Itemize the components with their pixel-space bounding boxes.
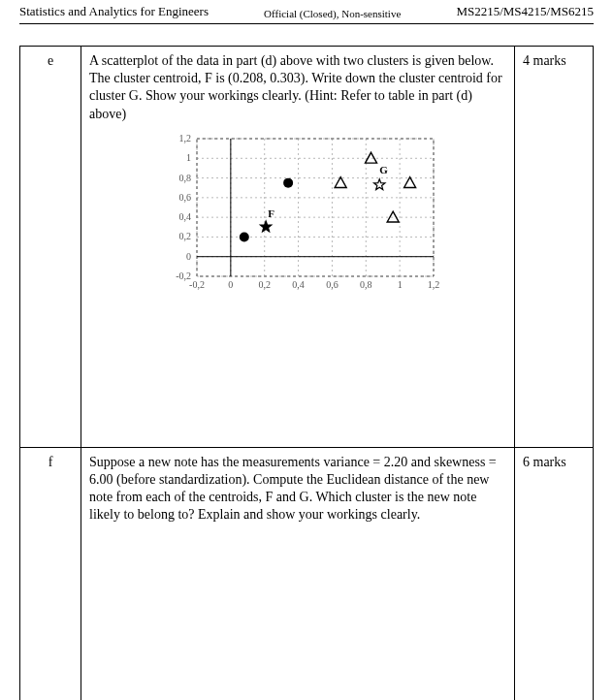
svg-text:0,6: 0,6 — [326, 279, 339, 290]
svg-rect-0 — [197, 139, 434, 276]
svg-text:0,2: 0,2 — [179, 231, 192, 241]
svg-text:0,4: 0,4 — [292, 279, 305, 290]
svg-text:0,4: 0,4 — [179, 211, 192, 222]
svg-text:0,2: 0,2 — [258, 279, 271, 290]
question-table: e A scatterplot of the data in part (d) … — [19, 46, 594, 700]
svg-text:1,2: 1,2 — [428, 279, 440, 290]
scatterplot: -0,200,20,40,60,811,2-0,200,20,40,60,811… — [89, 131, 506, 296]
svg-text:0,8: 0,8 — [360, 279, 372, 290]
question-body: A scatterplot of the data in part (d) ab… — [81, 47, 515, 448]
svg-text:1: 1 — [398, 279, 403, 290]
svg-text:-0,2: -0,2 — [189, 279, 205, 290]
question-marks: 4 marks — [515, 47, 594, 448]
svg-text:F: F — [268, 207, 274, 219]
table-row: e A scatterplot of the data in part (d) … — [20, 47, 594, 448]
svg-point-35 — [240, 232, 249, 241]
svg-text:G: G — [379, 163, 388, 175]
header-rule — [19, 23, 594, 24]
svg-text:0,8: 0,8 — [179, 172, 192, 182]
question-text: A scatterplot of the data in part (d) ab… — [89, 52, 506, 123]
question-id: e — [20, 47, 81, 448]
question-text: Suppose a new note has the measurements … — [89, 454, 506, 525]
table-row: f Suppose a new note has the measurement… — [20, 447, 594, 700]
svg-text:0: 0 — [186, 250, 191, 261]
header-mid: Official (Closed), Non-sensitive — [209, 8, 456, 19]
scatterplot-svg: -0,200,20,40,60,811,2-0,200,20,40,60,811… — [152, 131, 443, 296]
question-id: f — [20, 447, 81, 700]
svg-text:-0,2: -0,2 — [176, 270, 191, 281]
svg-text:1: 1 — [186, 152, 191, 163]
header-left: Statistics and Analytics for Engineers — [19, 4, 209, 19]
question-body: Suppose a new note has the measurements … — [81, 447, 515, 700]
svg-text:0: 0 — [228, 279, 233, 290]
question-marks: 6 marks — [515, 447, 594, 700]
page-header: Statistics and Analytics for Engineers O… — [19, 0, 594, 21]
svg-point-36 — [283, 177, 293, 187]
header-right: MS2215/MS4215/MS6215 — [456, 4, 594, 19]
svg-text:0,6: 0,6 — [179, 192, 192, 203]
svg-text:1,2: 1,2 — [179, 133, 192, 143]
